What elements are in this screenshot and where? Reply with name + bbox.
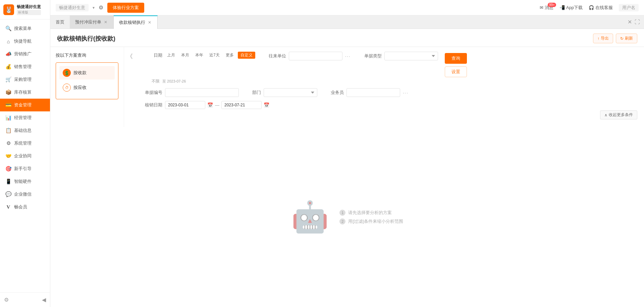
sidebar-item-wechat[interactable]: 💬 企业微信 <box>0 188 50 201</box>
finance-icon: 💳 <box>5 102 11 108</box>
content-area: 收款核销执行(按收款) ↑ 导出 ↻ 刷新 按以下方案查询 <box>50 29 644 307</box>
sidebar-bottom: ⚙ ◀ <box>0 292 50 307</box>
staff-more-icon[interactable]: ··· <box>403 90 409 95</box>
collapse-more-button[interactable]: ∧ 收起更多条件 <box>600 110 637 119</box>
sidebar-item-purchase[interactable]: 🛒 采购管理 <box>0 73 50 86</box>
sidebar-item-system[interactable]: ⚙ 系统管理 <box>0 137 50 150</box>
filter-actions: 查询 设置 <box>445 52 467 77</box>
topbar: 畅捷通好生意 ▾ ⚙ 体验行业方案 ✉ 消息 99+ 📲 App下载 🎧 在线客… <box>50 0 644 15</box>
app-icon: 📲 <box>559 5 565 10</box>
megaphone-icon: 📣 <box>5 51 11 57</box>
topbar-user: 用户名 <box>619 4 639 11</box>
home-icon: ⌂ <box>5 39 11 44</box>
staff-label: 业务员 <box>331 90 344 96</box>
tab-expand-icon[interactable]: ⛶ <box>635 19 640 25</box>
sidebar-item-operations[interactable]: 📊 经营管理 <box>0 111 50 124</box>
topbar-gear-icon[interactable]: ⚙ <box>99 4 103 11</box>
message-badge: 99+ <box>548 3 556 7</box>
date-btn-7days[interactable]: 近7天 <box>207 52 222 59</box>
date-no-limit-label: 不限 <box>152 79 160 84</box>
date-range-separator: — <box>215 103 219 108</box>
app-download-button[interactable]: 📲 App下载 <box>559 5 583 11</box>
collapse-up-icon: ∧ <box>604 113 607 117</box>
list-icon: 📋 <box>5 127 11 134</box>
chart-icon: 📊 <box>5 115 11 121</box>
collapse-sidebar-icon[interactable]: ◀ <box>42 297 46 303</box>
empty-state: 🤖 1 请先选择要分析的方案 2 用 <box>50 127 644 307</box>
date-btn-this-month[interactable]: 本月 <box>179 52 191 59</box>
date-btn-custom[interactable]: 自定义 <box>238 52 255 59</box>
filter-option-by-receipt[interactable]: 💲 按收款 <box>59 66 115 80</box>
sidebar-item-finance[interactable]: 💳 资金管理 <box>0 99 50 111</box>
filter-area: 按以下方案查询 💲 按收款 ⏱ 按应收 <box>50 47 644 127</box>
solution-button[interactable]: 体验行业方案 <box>107 3 144 13</box>
tabbar: 首页 预付冲应付单 ✕ 收款核销执行 ✕ ✕ ⛶ <box>50 15 644 29</box>
export-icon: ↑ <box>597 36 599 41</box>
date-shortcuts: 上月 本月 本年 近7天 更多 自定义 <box>165 52 255 59</box>
sidebar-item-corp[interactable]: 🤝 企业协同 <box>0 150 50 162</box>
sidebar-item-member[interactable]: V 畅会员 <box>0 201 50 213</box>
sidebar-item-inventory[interactable]: 📦 库存核算 <box>0 86 50 99</box>
chevron-down-icon[interactable]: ▾ <box>93 5 95 10</box>
date-to-hint: 至 2023-07-26 <box>162 79 186 84</box>
receipt-option-icon: 💲 <box>63 69 71 77</box>
logo-icon: 🐰 <box>3 4 14 15</box>
counterpart-more-icon[interactable]: ··· <box>345 54 351 59</box>
date-btn-last-month[interactable]: 上月 <box>165 52 177 59</box>
doc-no-input[interactable] <box>165 88 239 97</box>
sidebar: 🐰 畅捷通好生意 标准版 🔍 搜索菜单 ⌂ 快捷导航 📣 营销推广 💰 销售管理… <box>0 0 50 307</box>
staff-input[interactable] <box>346 88 400 97</box>
filter-sidebar: 按以下方案查询 💲 按收款 ⏱ 按应收 <box>50 47 124 127</box>
tab-close-all-icon[interactable]: ✕ <box>628 19 632 25</box>
cart-icon: 🛒 <box>5 76 11 83</box>
phone-icon: 📱 <box>5 178 11 185</box>
refresh-button[interactable]: ↻ 刷新 <box>616 34 637 43</box>
message-button[interactable]: ✉ 消息 99+ <box>540 5 553 11</box>
doc-type-select[interactable] <box>384 52 438 60</box>
filter-options-box: 💲 按收款 ⏱ 按应收 <box>56 62 118 99</box>
page-header: 收款核销执行(按收款) ↑ 导出 ↻ 刷新 <box>50 29 644 47</box>
sidebar-item-search[interactable]: 🔍 搜索菜单 <box>0 22 50 35</box>
filter-sidebar-collapse-btn[interactable]: 《 <box>124 47 136 127</box>
export-button[interactable]: ↑ 导出 <box>593 34 613 43</box>
query-button[interactable]: 查询 <box>445 53 467 64</box>
empty-tip-1: 1 请先选择要分析的方案 <box>339 210 403 216</box>
tab-home[interactable]: 首页 <box>50 15 70 29</box>
dept-select[interactable] <box>264 88 317 97</box>
collapse-more-row: ∧ 收起更多条件 <box>142 109 637 122</box>
tab-receipt-writeoff-close[interactable]: ✕ <box>147 19 152 25</box>
service-button[interactable]: 🎧 在线客服 <box>589 5 613 11</box>
sidebar-item-sales[interactable]: 💰 销售管理 <box>0 60 50 73</box>
topbar-right: ✉ 消息 99+ 📲 App下载 🎧 在线客服 用户名 <box>540 4 639 11</box>
tab-receipt-writeoff[interactable]: 收款核销执行 ✕ <box>114 15 158 29</box>
writeoff-start-input[interactable] <box>165 101 205 109</box>
handshake-icon: 🤝 <box>5 153 11 159</box>
sidebar-item-quicknav[interactable]: ⌂ 快捷导航 <box>0 35 50 48</box>
writeoff-start-cal-icon[interactable]: 📅 <box>207 102 213 108</box>
filter-option-by-receivable[interactable]: ⏱ 按应收 <box>59 81 115 94</box>
sidebar-item-hardware[interactable]: 📱 智能硬件 <box>0 175 50 188</box>
main-area: 畅捷通好生意 ▾ ⚙ 体验行业方案 ✉ 消息 99+ 📲 App下载 🎧 在线客… <box>50 0 644 307</box>
settings-bottom-icon[interactable]: ⚙ <box>4 297 9 303</box>
date-btn-this-year[interactable]: 本年 <box>193 52 205 59</box>
date-btn-more[interactable]: 更多 <box>224 52 236 59</box>
sidebar-item-marketing[interactable]: 📣 营销推广 <box>0 48 50 60</box>
writeoff-date-range: 📅 — 📅 <box>165 101 269 109</box>
tip-num-2: 2 <box>339 218 345 224</box>
sidebar-nav: 🔍 搜索菜单 ⌂ 快捷导航 📣 营销推广 💰 销售管理 🛒 采购管理 📦 库存核… <box>0 19 50 292</box>
sales-icon: 💰 <box>5 64 11 70</box>
gear-icon: ⚙ <box>5 140 11 146</box>
counterpart-input[interactable] <box>289 52 342 60</box>
tab-prepay[interactable]: 预付冲应付单 ✕ <box>70 15 114 29</box>
empty-illustration: 🤖 <box>291 199 329 235</box>
refresh-icon: ↻ <box>620 36 624 41</box>
settings-button[interactable]: 设置 <box>445 66 467 77</box>
tab-prepay-close[interactable]: ✕ <box>103 19 108 25</box>
member-icon: V <box>5 204 11 210</box>
writeoff-end-input[interactable] <box>221 101 262 109</box>
writeoff-date-label: 核销日期 <box>142 102 162 108</box>
writeoff-end-cal-icon[interactable]: 📅 <box>264 102 269 108</box>
sidebar-item-basic[interactable]: 📋 基础信息 <box>0 124 50 137</box>
sidebar-item-guide[interactable]: 🎯 新手引导 <box>0 162 50 175</box>
logo-text: 畅捷通好生意 标准版 <box>17 4 41 15</box>
